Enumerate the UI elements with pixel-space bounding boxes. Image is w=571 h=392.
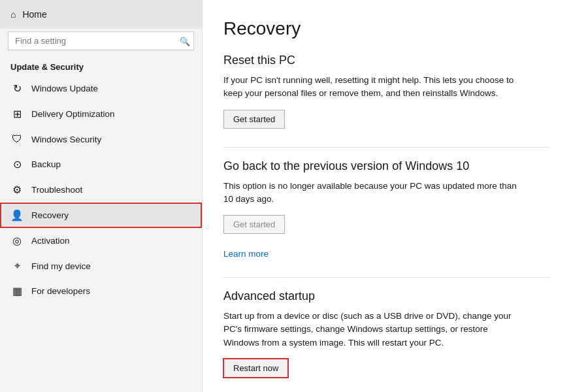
- troubleshoot-icon: ⚙: [10, 184, 24, 196]
- for-developers-icon: ▦: [10, 285, 24, 297]
- sidebar-item-label: Windows Update: [31, 84, 98, 93]
- divider-1: [223, 147, 550, 148]
- sidebar-home[interactable]: ⌂ Home: [0, 0, 202, 29]
- sidebar-item-label: Find my device: [31, 261, 91, 271]
- sidebar-item-recovery[interactable]: 👤 Recovery: [0, 203, 202, 228]
- learn-more-link[interactable]: Learn more: [223, 249, 269, 259]
- reset-pc-desc: If your PC isn't running well, resetting…: [223, 74, 517, 101]
- go-back-section: Go back to the previous version of Windo…: [223, 159, 550, 274]
- delivery-optimization-icon: ⊞: [10, 108, 24, 120]
- sidebar-item-windows-update[interactable]: ↻ Windows Update: [0, 76, 202, 101]
- sidebar-item-find-my-device[interactable]: ⌖ Find my device: [0, 253, 202, 278]
- go-back-title: Go back to the previous version of Windo…: [223, 159, 550, 173]
- advanced-startup-desc: Start up from a device or disc (such as …: [223, 310, 517, 350]
- sidebar-item-label: Windows Security: [31, 135, 101, 144]
- reset-pc-section: Reset this PC If your PC isn't running w…: [223, 54, 550, 143]
- home-label: Home: [22, 9, 46, 20]
- reset-pc-get-started-button[interactable]: Get started: [223, 110, 285, 129]
- search-input[interactable]: [8, 31, 194, 50]
- restart-now-button[interactable]: Restart now: [223, 359, 288, 378]
- divider-2: [223, 277, 550, 278]
- search-container: 🔍: [8, 31, 194, 50]
- search-icon: 🔍: [180, 36, 190, 46]
- sidebar-item-activation[interactable]: ◎ Activation: [0, 228, 202, 253]
- advanced-startup-section: Advanced startup Start up from a device …: [223, 289, 550, 392]
- find-my-device-icon: ⌖: [10, 260, 24, 272]
- backup-icon: ⊙: [10, 158, 24, 171]
- sidebar-item-label: Delivery Optimization: [31, 109, 115, 119]
- main-content: Recovery Reset this PC If your PC isn't …: [203, 0, 571, 392]
- recovery-icon: 👤: [10, 209, 24, 221]
- go-back-get-started-button[interactable]: Get started: [223, 215, 285, 234]
- sidebar-item-delivery-optimization[interactable]: ⊞ Delivery Optimization: [0, 101, 202, 127]
- sidebar-item-label: Activation: [31, 236, 70, 246]
- sidebar-item-backup[interactable]: ⊙ Backup: [0, 152, 202, 177]
- sidebar-section-title: Update & Security: [0, 57, 202, 76]
- sidebar-item-label: For developers: [31, 286, 90, 296]
- sidebar-item-label: Troubleshoot: [31, 185, 82, 195]
- sidebar-item-label: Backup: [31, 159, 61, 169]
- go-back-desc: This option is no longer available becau…: [223, 180, 517, 206]
- reset-pc-title: Reset this PC: [223, 54, 550, 67]
- advanced-startup-title: Advanced startup: [223, 289, 550, 303]
- sidebar-item-for-developers[interactable]: ▦ For developers: [0, 278, 202, 304]
- sidebar-item-label: Recovery: [31, 210, 69, 220]
- home-icon: ⌂: [10, 9, 16, 20]
- windows-security-icon: 🛡: [10, 133, 24, 145]
- sidebar: ⌂ Home 🔍 Update & Security ↻ Windows Upd…: [0, 0, 203, 392]
- sidebar-item-troubleshoot[interactable]: ⚙ Troubleshoot: [0, 177, 202, 203]
- activation-icon: ◎: [10, 235, 24, 247]
- page-title: Recovery: [223, 18, 550, 39]
- sidebar-item-windows-security[interactable]: 🛡 Windows Security: [0, 127, 202, 152]
- windows-update-icon: ↻: [10, 82, 24, 95]
